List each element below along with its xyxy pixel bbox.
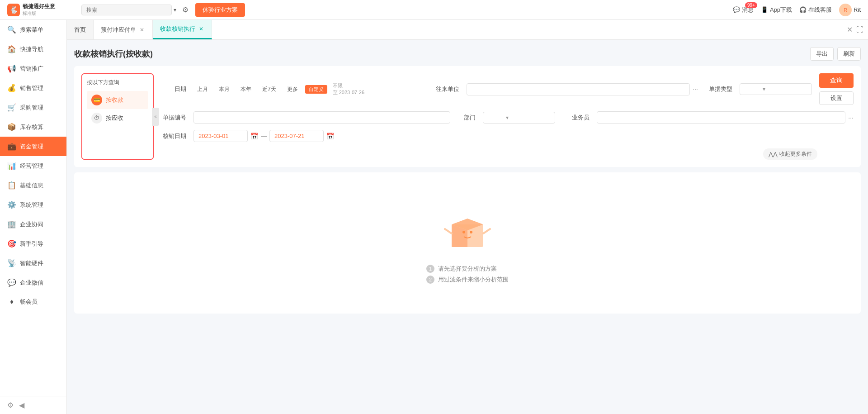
doc-no-input[interactable] — [193, 111, 450, 124]
date-this-year[interactable]: 本年 — [237, 84, 255, 95]
search-row-1: 日期 上月 本月 本年 近7天 更多 自定义 不限 至 2023-07-26 — [159, 73, 854, 105]
header-right: 💬 消息 99+ 📱 App下载 🎧 在线客服 R Rit — [733, 4, 861, 16]
tab-collect[interactable]: 收款核销执行 ✕ — [153, 20, 212, 39]
user-name: Rit — [854, 6, 861, 13]
partner-field: ··· — [467, 83, 698, 95]
settings-icon[interactable]: ⚙ — [179, 4, 192, 16]
calendar-end-icon[interactable]: 📅 — [326, 133, 334, 140]
write-off-start-input[interactable] — [193, 130, 248, 142]
page-title-bar: 收款核销执行(按收款) 导出 刷新 — [74, 47, 861, 61]
date-last-month[interactable]: 上月 — [193, 84, 212, 95]
online-service-label: 在线客服 — [808, 6, 832, 14]
app-download-action[interactable]: 📱 App下载 — [761, 6, 792, 14]
sidebar-bottom: ⚙ ◀ — [0, 396, 66, 414]
sidebar-item-wechat[interactable]: 💬 企业微信 — [0, 273, 66, 292]
sidebar-label: 新手引导 — [20, 240, 43, 248]
svg-point-3 — [462, 231, 465, 233]
query-button[interactable]: 查询 — [819, 73, 854, 88]
sidebar-item-vip[interactable]: ♦ 畅会员 — [0, 292, 66, 311]
date-more[interactable]: 更多 — [283, 84, 302, 95]
sidebar-item-guide[interactable]: 🎯 新手引导 — [0, 234, 66, 253]
dept-label: 部门 — [458, 114, 476, 122]
search-form: 日期 上月 本月 本年 近7天 更多 自定义 不限 至 2023-07-26 — [159, 73, 854, 160]
partner-more-icon[interactable]: ··· — [693, 86, 698, 93]
message-badge: 99+ — [745, 2, 757, 8]
date-this-month[interactable]: 本月 — [215, 84, 233, 95]
sidebar-item-quick-nav[interactable]: 🏠 快捷导航 — [0, 39, 66, 59]
sidebar-label: 营销推广 — [20, 65, 43, 73]
sidebar-label: 搜索菜单 — [20, 26, 43, 34]
search-input[interactable] — [81, 5, 172, 15]
date-7days[interactable]: 近7天 — [259, 84, 280, 95]
avatar: R — [839, 4, 852, 16]
date-label: 日期 — [159, 85, 186, 93]
doc-no-field — [193, 111, 450, 124]
staff-input[interactable] — [597, 111, 845, 124]
sidebar-item-hardware[interactable]: 📡 智能硬件 — [0, 253, 66, 273]
sidebar-label: 库存核算 — [20, 123, 43, 131]
basic-icon: 📋 — [7, 181, 16, 190]
close-tab-icon[interactable]: ✕ — [847, 25, 853, 34]
expand-tab-icon[interactable]: ⛶ — [856, 26, 863, 34]
search-row-3: 核销日期 📅 — 📅 — [159, 130, 854, 142]
filter-by-receivable[interactable]: ⏱ 按应收 — [87, 109, 148, 127]
sidebar-label: 经营管理 — [20, 162, 43, 170]
prepay-close-icon[interactable]: ✕ — [139, 26, 145, 34]
page-actions: 导出 刷新 — [810, 47, 861, 61]
search-actions: 查询 设置 — [819, 73, 854, 105]
vip-icon: ♦ — [7, 298, 16, 306]
sidebar-item-business[interactable]: 📊 经营管理 — [0, 156, 66, 176]
content-area: 首页 预付冲应付单 ✕ 收款核销执行 ✕ ✕ ⛶ 收款核销执行(按收款) 导出 — [67, 20, 868, 414]
date-filter-row: 上月 本月 本年 近7天 更多 自定义 不限 至 2023-07-26 — [193, 82, 425, 96]
message-action[interactable]: 💬 消息 99+ — [733, 6, 754, 14]
sidebar-item-enterprise[interactable]: 🏢 企业协同 — [0, 214, 66, 234]
refresh-button[interactable]: 刷新 — [837, 47, 861, 61]
dept-dropdown[interactable]: ▾ — [483, 112, 555, 124]
sidebar-item-marketing[interactable]: 📢 营销推广 — [0, 59, 66, 78]
receipt-icon: 💳 — [91, 95, 102, 105]
purchase-icon: 🛒 — [7, 103, 16, 112]
dropdown-arrow-icon[interactable]: ▾ — [174, 7, 176, 13]
download-icon: 📱 — [761, 6, 768, 13]
settings-bottom-icon[interactable]: ⚙ — [7, 401, 14, 409]
partner-input[interactable] — [467, 83, 690, 95]
settings-form-button[interactable]: 设置 — [819, 91, 854, 105]
doc-type-label: 单据类型 — [705, 85, 732, 93]
staff-more-icon[interactable]: ··· — [848, 114, 854, 121]
filter-by-receipt[interactable]: 💳 按收款 — [87, 91, 148, 109]
user-area[interactable]: R Rit — [839, 4, 861, 16]
empty-text-2: 用过滤条件来缩小分析范围 — [426, 276, 509, 284]
collect-close-icon[interactable]: ✕ — [198, 25, 204, 33]
calendar-start-icon[interactable]: 📅 — [250, 133, 258, 140]
sidebar-label: 智能硬件 — [20, 259, 43, 267]
doc-type-dropdown[interactable]: ▾ — [740, 83, 812, 95]
tab-prepay[interactable]: 预付冲应付单 ✕ — [94, 20, 153, 39]
collapse-sidebar-icon[interactable]: ◀ — [19, 401, 24, 409]
sidebar-item-purchase[interactable]: 🛒 采购管理 — [0, 98, 66, 117]
sidebar-item-basic-info[interactable]: 📋 基础信息 — [0, 176, 66, 195]
filter-panel-title: 按以下方查询 — [87, 79, 148, 86]
logo-icon: 🐇 — [7, 4, 20, 16]
tab-bar-actions: ✕ ⛶ — [842, 20, 868, 39]
sidebar-item-inventory[interactable]: 📦 库存核算 — [0, 117, 66, 137]
sidebar-item-sales[interactable]: 💰 销售管理 — [0, 78, 66, 98]
staff-label: 业务员 — [562, 114, 590, 122]
industry-button[interactable]: 休验行业方案 — [195, 3, 245, 17]
online-service-action[interactable]: 🎧 在线客服 — [799, 6, 832, 14]
sidebar-item-finance[interactable]: 💼 资金管理 — [0, 137, 66, 156]
search-icon: 🔍 — [7, 25, 16, 34]
collapse-more-btn[interactable]: ⋀⋀ 收起更多条件 — [763, 148, 817, 160]
filter-collapse-icon[interactable]: « — [152, 108, 159, 126]
sidebar-item-system[interactable]: ⚙️ 系统管理 — [0, 195, 66, 214]
date-separator: — — [261, 133, 267, 139]
write-off-end-input[interactable] — [269, 130, 324, 142]
sidebar-item-search-menu[interactable]: 🔍 搜索菜单 — [0, 20, 66, 39]
empty-text-1: 请先选择要分析的方案 — [426, 265, 509, 273]
svg-line-6 — [483, 229, 490, 233]
app-download-label: App下载 — [770, 6, 792, 14]
tab-home[interactable]: 首页 — [67, 20, 94, 39]
sidebar-label: 快捷导航 — [20, 45, 43, 53]
export-button[interactable]: 导出 — [810, 47, 834, 61]
write-off-date-label: 核销日期 — [159, 132, 186, 140]
filter-receipt-label: 按收款 — [106, 96, 123, 104]
